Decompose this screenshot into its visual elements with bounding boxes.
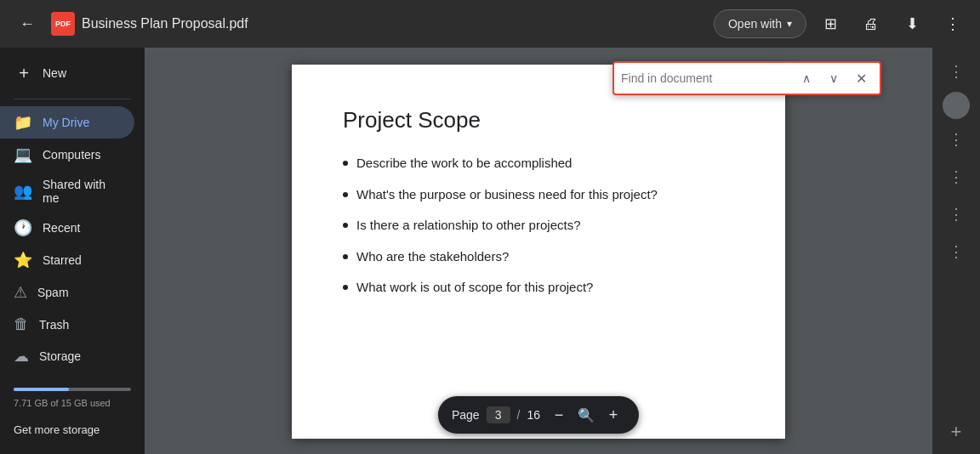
find-previous-button[interactable]: ∧ [795,66,818,90]
sidebar-item-spam[interactable]: ⚠ Spam [0,276,134,309]
pdf-title: Project Scope [343,107,734,133]
zoom-icon: 🔍 [578,407,595,423]
storage-text: 7.71 GB of 15 GB used [14,398,111,408]
download-button[interactable]: ⬇ [895,7,929,41]
sidebar-item-storage[interactable]: ☁ Storage [0,340,134,372]
list-item: Describe the work to be accomplished [343,154,734,173]
right-panel-strip: ⋮ ⋮ ⋮ ⋮ ⋮ + [932,48,980,454]
shared-icon: 👥 [14,182,32,201]
find-input[interactable] [621,71,791,85]
pdf-viewer[interactable]: Project Scope Describe the work to be ac… [145,48,932,454]
content-area: ∧ ∨ ✕ Project Scope Describe the work to… [145,48,932,454]
new-label: New [43,66,66,80]
sidebar-divider [14,99,131,99]
chevron-down-icon: ∨ [829,71,838,85]
top-bar: ← PDF Business Plan Proposal.pdf Open wi… [0,0,980,48]
find-close-button[interactable]: ✕ [849,66,873,90]
new-button[interactable]: + New [0,54,134,92]
sidebar-item-label: My Drive [43,116,89,129]
download-icon: ⬇ [906,14,919,33]
more-icon-2: ⋮ [949,130,964,149]
sidebar-item-trash[interactable]: 🗑 Trash [0,309,134,340]
list-item: What's the purpose or business need for … [343,185,734,205]
get-more-storage-button[interactable]: Get more storage [0,417,145,443]
sidebar-item-starred[interactable]: ⭐ Starred [0,244,134,276]
chevron-down-icon: ▾ [787,18,792,30]
zoom-in-button[interactable]: + [601,403,625,427]
bullet-icon [343,161,348,166]
recent-icon: 🕐 [14,218,32,237]
pdf-icon: PDF [51,12,75,36]
sidebar-item-my-drive[interactable]: 📁 My Drive [0,106,134,139]
plus-icon: + [951,421,962,443]
get-storage-label: Get more storage [14,423,100,436]
open-with-button[interactable]: Open with ▾ [714,9,806,38]
page-total: 16 [527,408,541,422]
more-icon-5: ⋮ [949,242,964,261]
trash-icon: 🗑 [14,315,29,333]
sidebar-item-label: Computers [43,148,100,162]
find-bar: ∧ ∨ ✕ [612,61,881,95]
pdf-bullet-list: Describe the work to be accomplished Wha… [343,154,734,298]
strip-button-2[interactable]: ⋮ [939,122,973,156]
page-toolbar: Page / 16 − 🔍 + [438,396,639,434]
strip-add-button[interactable]: + [941,417,971,447]
list-item: What work is out of scope for this proje… [343,278,734,298]
add-to-drive-button[interactable]: ⊞ [813,7,847,41]
storage-section: 7.71 GB of 15 GB used [0,376,145,417]
list-item-text: Is there a relationship to other project… [356,216,580,236]
bullet-icon [343,192,348,197]
zoom-out-icon: − [555,406,564,424]
file-name: Business Plan Proposal.pdf [82,16,390,31]
spam-icon: ⚠ [14,283,27,302]
my-drive-icon: 📁 [14,113,32,132]
bullet-icon [343,223,348,228]
more-options-button[interactable]: ⋮ [936,7,970,41]
strip-button-4[interactable]: ⋮ [939,197,973,231]
print-icon: 🖨 [863,15,879,33]
bullet-icon [343,254,348,259]
sidebar-item-label: Starred [43,253,82,267]
sidebar-item-label: Shared with me [43,178,121,205]
page-label: Page [452,408,480,422]
list-item-text: What work is out of scope for this proje… [356,278,593,298]
top-bar-actions: ⊞ 🖨 ⬇ ⋮ [813,7,970,41]
pdf-page: Project Scope Describe the work to be ac… [292,65,785,439]
sidebar-item-shared[interactable]: 👥 Shared with me [0,171,134,212]
sidebar-item-label: Spam [37,286,69,299]
sidebar-item-computers[interactable]: 💻 Computers [0,139,134,171]
sidebar-item-recent[interactable]: 🕐 Recent [0,212,134,244]
storage-icon: ☁ [14,347,29,366]
strip-button-1[interactable]: ⋮ [939,54,973,88]
zoom-out-button[interactable]: − [547,403,571,427]
more-icon: ⋮ [945,14,960,33]
list-item-text: What's the purpose or business need for … [356,185,658,205]
print-button[interactable]: 🖨 [854,7,888,41]
page-number-input[interactable] [487,406,510,423]
avatar [943,92,970,119]
main-area: + New 📁 My Drive 💻 Computers 👥 Shared wi… [0,48,980,454]
list-item-text: Describe the work to be accomplished [356,154,572,173]
more-icon-3: ⋮ [949,167,964,186]
more-icon-1: ⋮ [949,62,964,81]
chevron-up-icon: ∧ [802,71,811,85]
sidebar-item-label: Recent [43,221,80,235]
find-next-button[interactable]: ∨ [822,66,846,90]
close-icon: ✕ [856,71,867,87]
sidebar-item-label: Storage [39,349,81,363]
bullet-icon [343,285,348,290]
list-item: Is there a relationship to other project… [343,216,734,236]
starred-icon: ⭐ [14,251,32,270]
storage-bar-background [14,388,131,391]
page-separator: / [517,408,521,422]
strip-button-3[interactable]: ⋮ [939,160,973,194]
list-item-text: Who are the stakeholders? [356,247,509,267]
computers-icon: 💻 [14,145,32,164]
back-button[interactable]: ← [10,7,44,41]
strip-button-5[interactable]: ⋮ [939,235,973,269]
add-icon: ⊞ [824,14,837,33]
list-item: Who are the stakeholders? [343,247,734,267]
sidebar-item-label: Trash [39,318,69,332]
zoom-in-icon: + [609,406,618,424]
storage-bar-fill [14,388,69,391]
